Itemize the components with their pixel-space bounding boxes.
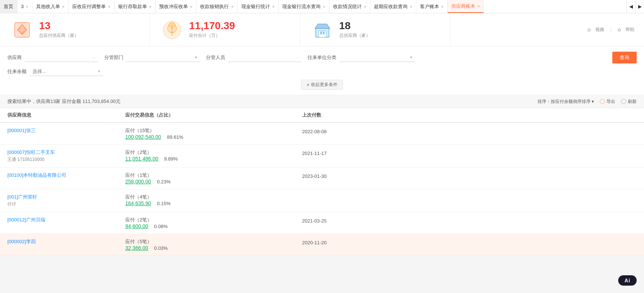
chevron-up-icon: ∧ — [307, 82, 309, 87]
sort-label: 排序：按应付余额倒序排序 — [538, 99, 591, 105]
store-icon — [311, 19, 333, 41]
category-input-wrap[interactable]: ▾ — [339, 53, 415, 62]
query-button[interactable]: 查询 — [612, 52, 637, 63]
supplier-link[interactable]: [000002]李四 — [7, 238, 125, 245]
close-icon[interactable]: × — [410, 4, 412, 9]
nav-tab-supplier-account[interactable]: 供应商账本 × — [448, 0, 484, 13]
close-icon[interactable]: × — [364, 4, 366, 9]
nav-tab-collection[interactable]: 收款核销执行 × — [196, 0, 237, 13]
help-link[interactable]: 帮助 — [626, 27, 634, 33]
tx-label: 应付（5笔） — [125, 238, 302, 245]
export-button[interactable]: 导出 — [600, 99, 615, 105]
video-link[interactable]: 视频 — [595, 27, 604, 33]
refresh-button[interactable]: 刷新 — [621, 99, 637, 105]
supplier-sub: 仔仔 — [7, 201, 125, 207]
supplier-link[interactable]: [00100]本特勤油品有限公司 — [7, 172, 125, 179]
nav-tab-overdue-label: 超期应收款查询 — [374, 3, 407, 10]
nav-tab-home[interactable]: 首页 — [0, 0, 17, 13]
tx-amount[interactable]: 32,366.00 — [125, 245, 148, 251]
table-row: [000012]广州贝瑞 应付（2笔） 94,600.00 0.08% 2021… — [0, 212, 644, 234]
supplier-cell: [000007]恒旺二手叉车 王通 17106110000 — [7, 149, 125, 163]
svg-rect-9 — [323, 31, 325, 34]
dept-input-wrap[interactable]: ▾ — [126, 53, 200, 62]
close-icon[interactable]: × — [231, 4, 233, 9]
tx-amount[interactable]: 164,635.90 — [125, 200, 151, 206]
nav-left-arrow[interactable]: ◀ — [626, 0, 635, 13]
sort-button[interactable]: 排序：按应付余额倒序排序 ▾ — [538, 99, 594, 105]
table-row: [001]广州荣轩 仔仔 应付（4笔） 164,635.90 0.15% — [0, 189, 644, 212]
tx-pct: 0.03% — [154, 245, 168, 251]
lastpay-value: 2021-11-17 — [302, 151, 327, 156]
nav-right-arrow[interactable]: ▶ — [635, 0, 644, 13]
supplier-link[interactable]: [000012]广州贝瑞 — [7, 217, 125, 223]
stat3-content: 18 总供应商（家） — [339, 21, 370, 39]
nav-tab-cash-stat-label: 现金银行统计 — [241, 3, 270, 10]
tx-label: 应付（15笔） — [125, 127, 302, 134]
nav-tab-other-income[interactable]: 其他收入单 × — [32, 0, 69, 13]
balance-label: 往来余额 — [7, 68, 27, 75]
table-row: [000001]张三 应付（15笔） 100,092,540.00 89.61%… — [0, 123, 644, 145]
top-right-links: ⊙ 视频 ｜ ⊙ 帮助 — [578, 13, 644, 46]
nav-tab-3[interactable]: 3 × — [17, 0, 32, 13]
nav-tab-collect-stat[interactable]: 收款情况统计 × — [329, 0, 370, 13]
category-input[interactable] — [342, 55, 409, 60]
tx-pct: 0.15% — [157, 201, 171, 206]
nav-tab-bank-label: 银行存取款单 — [118, 3, 147, 10]
chevron-down-icon: ▾ — [195, 55, 197, 60]
stat1-value: 13 — [39, 21, 79, 31]
supplier-cell: [000001]张三 — [7, 127, 125, 134]
close-icon[interactable]: × — [477, 4, 480, 8]
supplier-input[interactable] — [28, 55, 91, 60]
close-icon[interactable]: × — [190, 4, 192, 9]
nav-tab-customer-account[interactable]: 客户账本 × — [416, 0, 448, 13]
nav-tab-prepay[interactable]: 预收冲应收单 × — [155, 0, 196, 13]
chevron-down-icon3: ▾ — [98, 69, 100, 74]
supplier-table: 供应商信息 应付交易信息（占比） 上次付数 [000001]张三 应付（15笔）… — [0, 108, 644, 256]
close-icon[interactable]: × — [108, 4, 110, 9]
stat-total-suppliers: 18 总供应商（家） — [300, 13, 450, 46]
tx-row: 32,366.00 0.03% — [125, 245, 302, 251]
close-icon[interactable]: × — [272, 4, 274, 9]
table-row: [000002]李四 应付（5笔） 32,366.00 0.03% 2020-1… — [0, 234, 644, 256]
balance-input[interactable] — [32, 69, 97, 74]
person-input-wrap[interactable]: ··· — [228, 53, 302, 62]
close-icon[interactable]: × — [323, 4, 325, 9]
dept-input[interactable] — [129, 55, 193, 60]
nav-tab-prepay-label: 预收冲应收单 — [159, 3, 188, 10]
divider: ｜ — [609, 27, 613, 33]
filter-supplier: 供应商 ··· — [7, 53, 98, 62]
collapse-button[interactable]: ∧ 收起更多条件 — [301, 80, 343, 90]
ellipsis-icon2: ··· — [295, 55, 299, 60]
balance-input-wrap[interactable]: ▾ — [29, 67, 103, 76]
tx-amount[interactable]: 94,600.00 — [125, 223, 148, 229]
nav-tab-customer-account-label: 客户账本 — [420, 3, 439, 10]
supplier-link[interactable]: [000001]张三 — [7, 127, 125, 134]
supplier-input-wrap[interactable]: ··· — [25, 53, 98, 62]
tx-amount[interactable]: 100,092,540.00 — [125, 134, 161, 140]
close-icon[interactable]: × — [26, 4, 28, 9]
tx-pct: 0.08% — [154, 224, 168, 229]
close-icon[interactable]: × — [149, 4, 151, 9]
filter-area: 供应商 ··· 分管部门 ▾ 分管人员 ··· 往来单位分类 — [0, 46, 644, 95]
stat-suppliers-payable: 13 总应付供应商（家） — [0, 13, 150, 46]
close-icon[interactable]: × — [441, 4, 444, 9]
nav-tab-cashflow[interactable]: 现金银行流水查询 × — [279, 0, 329, 13]
nav-tab-overdue[interactable]: 超期应收款查询 × — [370, 0, 416, 13]
tx-row: 164,635.90 0.15% — [125, 200, 302, 206]
supplier-cell: [000012]广州贝瑞 — [7, 217, 125, 223]
person-input[interactable] — [231, 55, 294, 60]
supplier-link[interactable]: [000007]恒旺二手叉车 — [7, 149, 125, 156]
supplier-link[interactable]: [001]广州荣轩 — [7, 194, 125, 200]
tx-amount[interactable]: 11,051,486.00 — [125, 156, 158, 162]
dept-label: 分管部门 — [104, 54, 123, 61]
tx-amount[interactable]: 258,000.00 — [125, 179, 151, 185]
stats-bar: 13 总应付供应商（家） 11,170.39 应付合计（万） — [0, 13, 644, 46]
stats-spacer — [450, 13, 578, 46]
nav-tab-bank[interactable]: 银行存取款单 × — [115, 0, 155, 13]
close-icon[interactable]: × — [62, 4, 64, 9]
nav-tab-cash-stat[interactable]: 现金银行统计 × — [238, 0, 279, 13]
col-header-lastpay: 上次付数 — [302, 112, 637, 118]
filter-person: 分管人员 ··· — [206, 53, 302, 62]
top-navigation: 首页 3 × 其他收入单 × 应收应付调整单 × 银行存取款单 × 预收冲应收单… — [0, 0, 644, 13]
nav-tab-adjustment[interactable]: 应收应付调整单 × — [69, 0, 114, 13]
